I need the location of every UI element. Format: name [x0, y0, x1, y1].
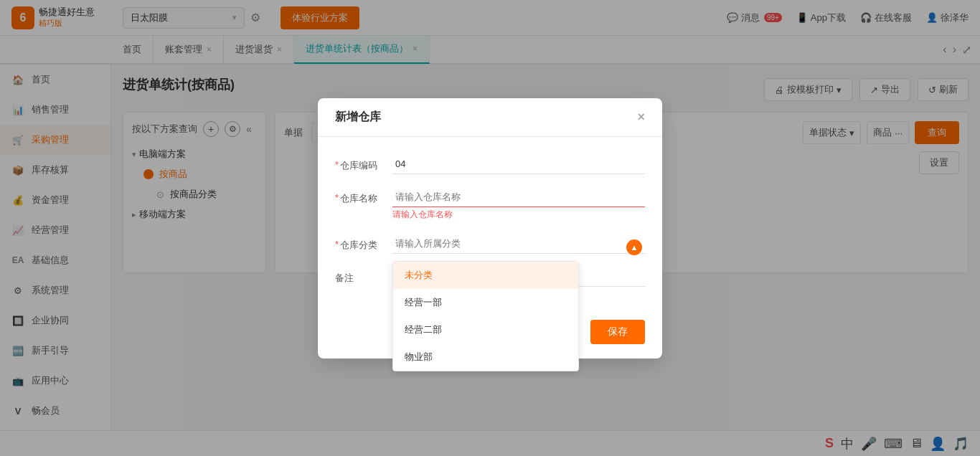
modal-overlay: 新增仓库 × * 仓库编码 * 仓库名称: [0, 0, 980, 456]
code-label: * 仓库编码: [335, 154, 392, 172]
required-star-3: *: [335, 239, 339, 250]
required-star: *: [335, 159, 339, 170]
code-form-row: * 仓库编码: [335, 154, 645, 174]
dropdown-item-ops2[interactable]: 经营二部: [393, 316, 578, 343]
new-warehouse-modal: 新增仓库 × * 仓库编码 * 仓库名称: [318, 98, 662, 358]
modal-header: 新增仓库 ×: [318, 98, 662, 137]
name-input-wrapper: 请输入仓库名称: [392, 187, 645, 221]
modal-body: * 仓库编码 * 仓库名称 请输入仓库名称: [318, 137, 662, 311]
dropdown-item-property[interactable]: 物业部: [393, 343, 578, 371]
name-input[interactable]: [392, 187, 645, 207]
name-error-tip: 请输入仓库名称: [392, 209, 645, 221]
category-label: * 仓库分类: [335, 234, 392, 252]
save-btn[interactable]: 保存: [590, 320, 645, 344]
dropdown-item-ops1[interactable]: 经营一部: [393, 289, 578, 316]
name-label: * 仓库名称: [335, 187, 392, 205]
required-star-2: *: [335, 192, 339, 203]
note-label: 备注: [335, 267, 392, 285]
modal-close-btn[interactable]: ×: [637, 110, 645, 125]
category-select-wrapper: ▲ 未分类 经营一部 经营二部 物业部: [392, 234, 645, 254]
category-form-row: * 仓库分类 ▲ 未分类 经营一部 经营二部 物业部: [335, 234, 645, 254]
code-input[interactable]: [392, 154, 645, 174]
name-form-row: * 仓库名称 请输入仓库名称: [335, 187, 645, 221]
category-chevron-up-icon[interactable]: ▲: [626, 239, 642, 255]
dropdown-item-unclassified[interactable]: 未分类: [393, 262, 578, 289]
modal-title: 新增仓库: [335, 110, 381, 125]
category-dropdown: 未分类 经营一部 经营二部 物业部: [392, 261, 579, 371]
category-input[interactable]: [392, 234, 645, 254]
